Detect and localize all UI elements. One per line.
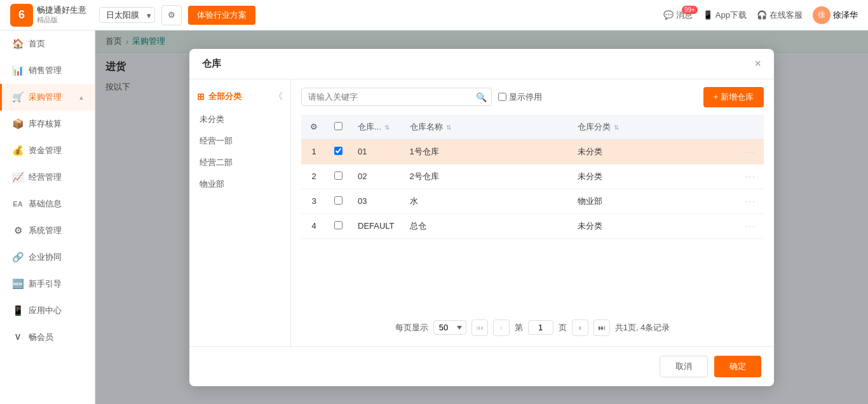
table-panel: 🔍 显示停用 + 新增仓库 (291, 79, 774, 346)
sidebar-item-enterprise[interactable]: 🔗 企业协同 (0, 244, 95, 271)
row-name: 总仓 (402, 213, 570, 238)
sidebar-item-guide[interactable]: 🆕 新手引导 (0, 271, 95, 297)
all-category-label[interactable]: ⊞ 全部分类 (197, 91, 241, 102)
experience-btn[interactable]: 体验行业方案 (188, 6, 255, 25)
row-select-checkbox[interactable] (334, 196, 342, 205)
sidebar-item-home[interactable]: 🏠 首页 (0, 30, 95, 57)
row-more-btn[interactable]: ··· (745, 221, 756, 231)
category-item-dept1[interactable]: 经营一部 (189, 130, 290, 152)
table-row[interactable]: 2 02 2号仓库 未分类 ··· (301, 164, 764, 189)
search-wrap: 🔍 (301, 88, 492, 106)
first-page-btn[interactable]: ⏮ (471, 320, 488, 336)
gear-icon: ⚙ (168, 10, 175, 20)
table-row[interactable]: 1 01 1号仓库 未分类 ··· (301, 139, 764, 164)
row-code: 02 (350, 164, 402, 189)
col-name[interactable]: 仓库名称 ⇅ (402, 115, 570, 140)
row-actions[interactable]: ··· (738, 139, 764, 164)
row-more-btn[interactable]: ··· (745, 172, 756, 181)
row-select-checkbox[interactable] (334, 221, 342, 229)
confirm-button[interactable]: 确定 (714, 356, 761, 377)
logo-icon: 6 (10, 4, 33, 27)
select-all-checkbox[interactable] (334, 122, 342, 130)
row-checkbox[interactable] (327, 189, 350, 213)
row-num: 3 (301, 189, 327, 213)
sidebar-item-apps[interactable]: 📱 应用中心 (0, 297, 95, 324)
row-checkbox[interactable] (327, 164, 350, 189)
sidebar-item-sales[interactable]: 📊 销售管理 (0, 57, 95, 84)
settings-btn[interactable]: ⚙ (161, 5, 182, 25)
row-select-checkbox[interactable] (334, 172, 342, 180)
online-service-btn[interactable]: 🎧 在线客服 (757, 10, 803, 21)
sidebar-item-purchase[interactable]: 🛒 采购管理 ▲ (0, 84, 95, 111)
store-select[interactable]: 日太阳膜 (99, 7, 155, 23)
row-actions[interactable]: ··· (738, 213, 764, 238)
row-more-btn[interactable]: ··· (745, 196, 756, 206)
row-code: 03 (350, 189, 402, 213)
collapse-btn[interactable]: 《 (274, 91, 283, 102)
sidebar-item-system[interactable]: ⚙ 系统管理 (0, 217, 95, 244)
page-input[interactable] (528, 320, 553, 335)
notification-badge: 99+ (682, 6, 698, 14)
row-num: 1 (301, 139, 327, 164)
sidebar-item-member[interactable]: V 畅会员 (0, 324, 95, 351)
next-page-btn[interactable]: › (572, 320, 588, 336)
row-checkbox[interactable] (327, 139, 350, 164)
headset-icon: 🎧 (757, 10, 767, 20)
row-name: 水 (402, 189, 570, 213)
show-disabled-label: 显示停用 (509, 91, 542, 103)
row-more-btn[interactable]: ··· (745, 147, 756, 156)
last-page-btn[interactable]: ⏭ (593, 320, 610, 336)
sidebar-item-inventory[interactable]: 📦 库存核算 (0, 111, 95, 137)
modal-close-btn[interactable]: × (754, 58, 761, 69)
row-category: 未分类 (570, 139, 738, 164)
modal-footer: 取消 确定 (189, 346, 774, 386)
category-panel: ⊞ 全部分类 《 未分类 经营一部 经营二部 (189, 79, 291, 346)
sidebar-label-home: 首页 (29, 38, 45, 50)
brand-text: 畅捷通好生意 精品版 (37, 5, 86, 25)
app-download-btn[interactable]: 📱 App下载 (703, 10, 747, 21)
col-settings[interactable]: ⚙ (301, 115, 327, 140)
sidebar-label-member: 畅会员 (29, 332, 53, 343)
message-btn[interactable]: 💬 消息 99+ (663, 10, 693, 21)
category-item-unclassified[interactable]: 未分类 (189, 109, 290, 130)
cancel-button[interactable]: 取消 (660, 356, 708, 377)
prev-page-btn[interactable]: ‹ (493, 320, 510, 336)
sidebar-item-finance[interactable]: 💰 资金管理 (0, 137, 95, 164)
brand-logo: 6 畅捷通好生意 精品版 (10, 4, 86, 27)
basic-icon: EA (12, 200, 24, 208)
table-row[interactable]: 3 03 水 物业部 ··· (301, 189, 764, 213)
system-icon: ⚙ (12, 225, 24, 236)
sidebar-label-finance: 资金管理 (29, 145, 62, 156)
category-item-property[interactable]: 物业部 (189, 173, 290, 195)
per-page-select[interactable]: 50 10 20 100 (433, 320, 466, 335)
row-checkbox[interactable] (327, 213, 350, 238)
sidebar-label-purchase: 采购管理 (29, 91, 62, 103)
sidebar-item-basic[interactable]: EA 基础信息 (0, 191, 95, 217)
user-menu[interactable]: 徐 徐泽华 (813, 6, 858, 24)
search-icon[interactable]: 🔍 (476, 92, 487, 102)
col-code[interactable]: 仓库... ⇅ (350, 115, 402, 140)
enterprise-icon: 🔗 (12, 252, 24, 263)
sort-icon-code: ⇅ (384, 124, 390, 131)
store-selector[interactable]: 日太阳膜 (99, 7, 155, 23)
col-category[interactable]: 仓库分类 ⇅ (570, 115, 738, 140)
add-warehouse-btn[interactable]: + 新增仓库 (703, 87, 764, 107)
warehouse-modal: 仓库 × ⊞ 全部分类 《 (189, 49, 774, 386)
guide-icon: 🆕 (12, 278, 24, 290)
purchase-icon: 🛒 (12, 91, 24, 103)
chevron-up-icon: ▲ (78, 94, 85, 101)
row-actions[interactable]: ··· (738, 164, 764, 189)
show-disabled-checkbox[interactable] (498, 93, 506, 101)
row-select-checkbox[interactable] (334, 147, 342, 155)
modal-body: ⊞ 全部分类 《 未分类 经营一部 经营二部 (189, 79, 774, 346)
row-actions[interactable]: ··· (738, 189, 764, 213)
search-input[interactable] (301, 88, 492, 106)
table-row[interactable]: 4 DEFAULT 总仓 未分类 ··· (301, 213, 764, 238)
category-header: ⊞ 全部分类 《 (189, 87, 290, 106)
category-item-dept2[interactable]: 经营二部 (189, 152, 290, 173)
sidebar-label-basic: 基础信息 (29, 198, 62, 210)
sidebar-item-operations[interactable]: 📈 经营管理 (0, 164, 95, 191)
row-code: DEFAULT (350, 213, 402, 238)
table-toolbar: 🔍 显示停用 + 新增仓库 (301, 87, 764, 107)
modal-title: 仓库 (202, 58, 221, 70)
